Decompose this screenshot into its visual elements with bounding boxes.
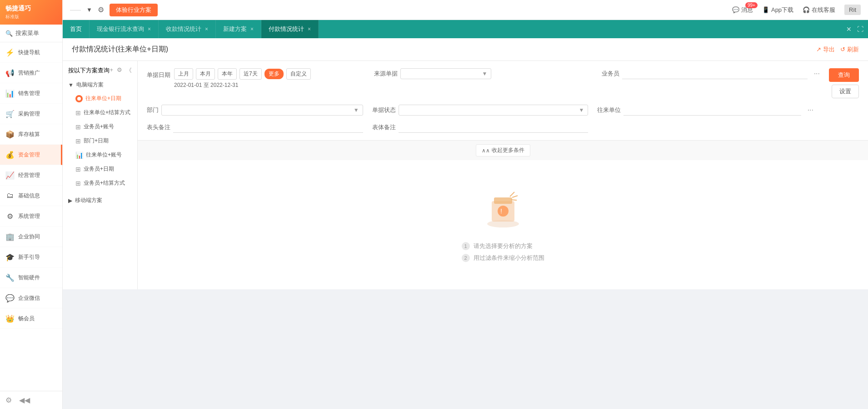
sidebar-item-label: 采购管理 [18, 110, 40, 118]
sidebar-item-operation[interactable]: 📈 经营管理 [0, 165, 62, 186]
user-avatar[interactable]: Rit [844, 6, 861, 13]
tabbar-actions: ✕ ⛶ [842, 20, 868, 38]
topbar-gear-icon[interactable]: ⚙ [98, 5, 104, 14]
user-name: Rit [844, 5, 861, 15]
filter-docstatus-group: 单据状态 ▼ [372, 105, 589, 116]
query-button[interactable]: 查询 [829, 68, 859, 82]
sidebar-item-marketing[interactable]: 📢 营销推广 [0, 63, 62, 83]
tab-bank-flow[interactable]: 现金银行流水查询 × [90, 20, 159, 38]
collapse-button[interactable]: ∧∧ 收起更多条件 [476, 144, 530, 157]
bank-flow-close-icon[interactable]: × [148, 26, 151, 32]
date-btn-this-year[interactable]: 本年 [218, 68, 237, 80]
source-label: 来源单据 [374, 70, 398, 78]
salesman-input[interactable] [622, 70, 808, 77]
sidebar-item-enterprise[interactable]: 🏢 企业协同 [0, 227, 62, 247]
tab-home[interactable]: 首页 [63, 20, 90, 38]
docstatus-select[interactable]: ▼ [399, 105, 589, 116]
main-area: —— ▼ ⚙ 体验行业方案 💬 消息 99+ 📱 App下载 🎧 在 [63, 0, 868, 409]
scheme-item-6[interactable]: ⊞ 业务员+结算方式 [63, 176, 137, 190]
sidebar-item-basic[interactable]: 🗂 基础信息 [0, 186, 62, 206]
sidebar: 畅捷通巧 标准版 🔍 搜索菜单 ⚡ 快捷导航 📢 营销推广 📊 销售管理 🛒 [0, 0, 63, 409]
date-btn-more[interactable]: 更多 [264, 69, 284, 79]
app-download-action[interactable]: 📱 App下载 [762, 6, 793, 14]
sidebar-search-label: 搜索菜单 [15, 29, 39, 37]
tab-new-plan[interactable]: 新建方案 × [216, 20, 261, 38]
date-btn-7days[interactable]: 近7天 [239, 68, 262, 80]
scheme-item-1[interactable]: ⊞ 往来单位+结算方式 [63, 106, 137, 120]
headernote-input[interactable] [173, 124, 363, 131]
filter-date-group: 单据日期 上月 本月 本年 近7天 更多 自定义 [147, 68, 365, 89]
scheme-group-mobile-label: 移动端方案 [75, 197, 102, 204]
sidebar-item-member[interactable]: 👑 畅会员 [0, 308, 62, 329]
salesman-more-icon[interactable]: ··· [814, 70, 820, 78]
scheme-panel-icons: + ⚙ 《 [110, 66, 132, 75]
counterpart-input-wrapper [624, 105, 801, 116]
scheme-item-2[interactable]: ⊞ 业务员+账号 [63, 120, 137, 134]
counterpart-label: 往来单位 [597, 106, 621, 114]
settings-footer-icon[interactable]: ⚙ [5, 396, 12, 404]
bank-flow-tab-label: 现金银行流水查询 [97, 25, 144, 33]
sidebar-item-label: 资金管理 [18, 151, 40, 159]
sidebar-item-system[interactable]: ⚙ 系统管理 [0, 206, 62, 227]
scheme-settings-icon[interactable]: ⚙ [117, 66, 122, 75]
filter-row-1: 单据日期 上月 本月 本年 近7天 更多 自定义 [147, 68, 859, 98]
message-action[interactable]: 💬 消息 99+ [732, 6, 753, 14]
maximize-tab-icon[interactable]: ⛶ [857, 25, 863, 33]
sidebar-item-wechat[interactable]: 💬 企业微信 [0, 288, 62, 308]
sidebar-item-quick-nav[interactable]: ⚡ 快捷导航 [0, 42, 62, 63]
close-tab-icon[interactable]: ✕ [846, 25, 852, 33]
scheme-item-label-1: 往来单位+结算方式 [84, 109, 130, 116]
trial-button[interactable]: 体验行业方案 [110, 4, 158, 16]
purchase-icon: 🛒 [5, 109, 15, 118]
layout-with-scheme: 按以下方案查询 + ⚙ 《 ▼ 电脑端方案 [63, 61, 868, 289]
counterpart-more-icon[interactable]: ··· [808, 106, 813, 114]
sidebar-item-guide[interactable]: 🎓 新手引导 [0, 247, 62, 268]
date-btn-custom[interactable]: 自定义 [286, 68, 311, 80]
scheme-item-0[interactable]: 往来单位+日期 [63, 91, 137, 106]
scheme-group-mobile: ▶ 移动端方案 [63, 194, 137, 207]
scheme-item-4[interactable]: 📊 往来单位+账号 [63, 148, 137, 162]
tab-collection-stats[interactable]: 收款情况统计 × [159, 20, 216, 38]
counterpart-input[interactable] [624, 106, 801, 113]
online-service-action[interactable]: 🎧 在线客服 [803, 6, 835, 14]
sidebar-search[interactable]: 🔍 搜索菜单 [0, 25, 62, 42]
topbar-dropdown[interactable]: ▼ [86, 6, 92, 13]
scheme-item-icon-4: 📊 [75, 151, 83, 159]
scheme-item-label-2: 业务员+账号 [84, 123, 114, 131]
sidebar-item-sales[interactable]: 📊 销售管理 [0, 83, 62, 104]
sidebar-item-finance[interactable]: 💰 资金管理 [0, 145, 62, 165]
svg-rect-2 [494, 197, 512, 204]
collection-close-icon[interactable]: × [205, 26, 208, 32]
scheme-group-mobile-expand-icon: ▶ [68, 197, 72, 204]
tab-payment-stats[interactable]: 付款情况统计 × [261, 20, 319, 38]
svg-point-3 [498, 206, 509, 217]
sidebar-item-hardware[interactable]: 🔧 智能硬件 [0, 268, 62, 288]
date-btn-this-month[interactable]: 本月 [196, 68, 215, 80]
sidebar-item-label: 新手引导 [18, 253, 40, 261]
scheme-group-desktop-title[interactable]: ▼ 电脑端方案 [63, 78, 137, 91]
refresh-button[interactable]: ↺ 刷新 [840, 45, 859, 54]
settings-button[interactable]: 设置 [832, 85, 859, 98]
app-icon: 📱 [762, 6, 769, 13]
filter-row-2: 部门 ▼ 单据状态 ▼ [147, 105, 859, 116]
source-select[interactable]: ▼ [400, 68, 491, 79]
scheme-group-mobile-title[interactable]: ▶ 移动端方案 [63, 194, 137, 207]
sidebar-item-inventory[interactable]: 📦 库存核算 [0, 124, 62, 145]
dept-select-arrow: ▼ [354, 107, 359, 113]
bodynote-input[interactable] [399, 124, 589, 131]
scheme-collapse-icon[interactable]: 《 [126, 66, 132, 75]
scheme-item-label-3: 部门+日期 [84, 137, 109, 145]
scheme-item-3[interactable]: ⊞ 部门+日期 [63, 134, 137, 148]
sidebar-item-purchase[interactable]: 🛒 采购管理 [0, 104, 62, 124]
new-plan-close-icon[interactable]: × [250, 26, 254, 32]
collapse-sidebar-icon[interactable]: ◀◀ [19, 396, 30, 404]
scheme-add-icon[interactable]: + [110, 66, 113, 75]
payment-close-icon[interactable]: × [308, 26, 311, 32]
sidebar-item-label: 经营管理 [18, 172, 40, 179]
scheme-item-5[interactable]: ⊞ 业务员+日期 [63, 162, 137, 176]
new-plan-tab-label: 新建方案 [223, 25, 247, 33]
svg-line-5 [510, 192, 514, 197]
dept-select[interactable]: ▼ [161, 105, 363, 116]
date-btn-last-month[interactable]: 上月 [174, 68, 193, 80]
export-button[interactable]: ↗ 导出 [816, 45, 835, 54]
